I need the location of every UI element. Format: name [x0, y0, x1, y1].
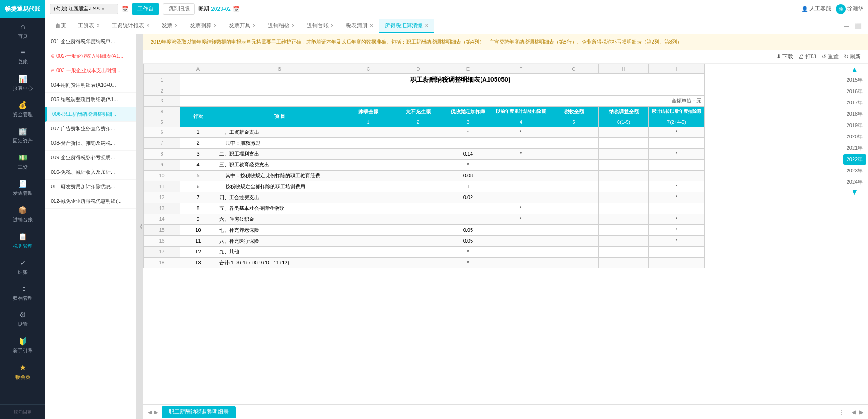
reset-button[interactable]: ↺ 重置: [822, 53, 839, 61]
tab-salary-report[interactable]: 工资统计报表 ✕: [106, 19, 155, 33]
unpin-btn[interactable]: 取消固定: [0, 404, 45, 419]
cell-15f[interactable]: [493, 224, 549, 235]
sidebar-item-stock[interactable]: 📦 进销台账: [0, 201, 45, 228]
period-value[interactable]: 2023-02: [211, 6, 231, 12]
sidebar-item-settle[interactable]: ✓ 结账: [0, 254, 45, 280]
year-btn-2019[interactable]: 2019年: [843, 120, 866, 131]
close-icon[interactable]: ✕: [174, 23, 178, 28]
cell-13i[interactable]: [649, 203, 705, 214]
cell-12e[interactable]: 0.02: [443, 192, 493, 203]
cell-13h[interactable]: [599, 203, 649, 214]
year-scroll-down[interactable]: ▼: [851, 188, 858, 196]
panel-item-002[interactable]: ⊙ 002-一般企业收入明细表(A1...: [45, 49, 136, 63]
table-row[interactable]: 15 10 七、补充养老保险 0.05 *: [144, 224, 705, 235]
cell-15d[interactable]: [393, 224, 443, 235]
cell-12h[interactable]: [599, 192, 649, 203]
year-btn-2018[interactable]: 2018年: [843, 109, 866, 119]
cell-10g[interactable]: [549, 170, 599, 181]
sidebar-item-invoice[interactable]: 🧾 发票管理: [0, 175, 45, 201]
panel-item-008[interactable]: 008-资产折旧、摊销及纳税...: [45, 136, 136, 151]
cell-15i[interactable]: *: [649, 224, 705, 235]
table-row[interactable]: 18 13 合计(1+3+4+7+8+9+10+11+12) *: [144, 257, 705, 268]
cell-15e[interactable]: 0.05: [443, 224, 493, 235]
table-row[interactable]: 16 11 八、补充医疗保险 0.05 *: [144, 235, 705, 246]
year-btn-2021[interactable]: 2021年: [843, 143, 866, 153]
cell-6e[interactable]: *: [443, 127, 493, 137]
tab-invoice-calc[interactable]: 发票测算 ✕: [184, 19, 222, 33]
panel-item-006[interactable]: 006-职工薪酬纳税调整明细...: [45, 107, 136, 122]
table-row[interactable]: 11 6 按税收规定全额扣除的职工培训费用 1 *: [144, 181, 705, 192]
cell-11i[interactable]: *: [649, 181, 705, 192]
scroll-bar-icon[interactable]: ◀: [852, 409, 856, 415]
cell-12i[interactable]: *: [649, 192, 705, 203]
cell-12d[interactable]: [393, 192, 443, 203]
print-button[interactable]: 🖨 打印: [799, 53, 816, 61]
sidebar-item-guide[interactable]: 🔰 新手引导: [0, 332, 45, 359]
collapse-panel-btn[interactable]: 《: [136, 34, 143, 419]
cell-8e[interactable]: 0.14: [443, 148, 493, 159]
table-row[interactable]: 12 7 四、工会经费支出 0.02 *: [144, 192, 705, 203]
panel-item-012[interactable]: 012-减免企业所得税优惠明细(...: [45, 194, 136, 209]
year-btn-2015[interactable]: 2015年: [843, 75, 866, 85]
tab-minimize-icon[interactable]: —: [842, 23, 851, 29]
cell-17g[interactable]: [549, 246, 599, 257]
cell-6c[interactable]: [343, 127, 393, 137]
cell-12g[interactable]: [549, 192, 599, 203]
tab-income-tax[interactable]: 所得税汇算清缴 ✕: [379, 19, 434, 33]
cell-16f[interactable]: [493, 235, 549, 246]
year-btn-2016[interactable]: 2016年: [843, 86, 866, 97]
cell-18h[interactable]: [599, 257, 649, 268]
cell-11g[interactable]: [549, 181, 599, 192]
cell-14d[interactable]: [393, 214, 443, 224]
tab-home[interactable]: 首页: [50, 19, 72, 33]
panel-item-007[interactable]: 007-广告费和业务宣传费扣...: [45, 122, 136, 136]
year-scroll-up[interactable]: ▲: [851, 66, 858, 74]
company-selector[interactable]: (勾划) 江西股宝-LSS ▾: [50, 4, 118, 14]
cell-14h[interactable]: [599, 214, 649, 224]
cell-14f[interactable]: *: [493, 214, 549, 224]
tab-in-out-ledger[interactable]: 进销台账 ✕: [301, 19, 339, 33]
cell-16h[interactable]: [599, 235, 649, 246]
year-btn-2022[interactable]: 2022年: [843, 154, 866, 165]
cell-9h[interactable]: [599, 159, 649, 170]
panel-item-005[interactable]: 005-纳税调整项目明细表(A1...: [45, 93, 136, 107]
cell-16i[interactable]: *: [649, 235, 705, 246]
tab-invoice-open[interactable]: 发票开具 ✕: [223, 19, 261, 33]
year-btn-2017[interactable]: 2017年: [843, 97, 866, 108]
panel-item-001[interactable]: 001-企业所得税年度纳税申...: [45, 34, 136, 49]
cell-12c[interactable]: [343, 192, 393, 203]
cell-13f[interactable]: *: [493, 203, 549, 214]
more-options-icon[interactable]: ⋮: [839, 409, 844, 415]
year-btn-2020[interactable]: 2020年: [843, 132, 866, 142]
cell-16e[interactable]: 0.05: [443, 235, 493, 246]
cell-10d[interactable]: [393, 170, 443, 181]
table-row[interactable]: 6 1 一、工资薪金支出 * * *: [144, 127, 705, 137]
sidebar-item-ledger[interactable]: ≡ 总账: [0, 44, 45, 70]
sidebar-item-member[interactable]: ★ 畅会员: [0, 359, 45, 385]
cell-8c[interactable]: [343, 148, 393, 159]
tab-salary-table[interactable]: 工资表 ✕: [73, 19, 105, 33]
cell-13e[interactable]: [443, 203, 493, 214]
cell-15h[interactable]: [599, 224, 649, 235]
cell-8i[interactable]: *: [649, 148, 705, 159]
cell-18d[interactable]: [393, 257, 443, 268]
cell-9f[interactable]: [493, 159, 549, 170]
cell-8g[interactable]: [549, 148, 599, 159]
close-icon[interactable]: ✕: [330, 23, 334, 28]
table-row[interactable]: 10 5 其中：按税收规定比例扣除的职工教育经费 0.08: [144, 170, 705, 181]
close-icon[interactable]: ✕: [369, 23, 373, 28]
table-row[interactable]: 17 12 九、其他 *: [144, 246, 705, 257]
workspace-button[interactable]: 工作台: [132, 3, 159, 15]
close-icon[interactable]: ✕: [96, 23, 100, 28]
sidebar-item-salary[interactable]: 💵 工资: [0, 149, 45, 175]
cell-9i[interactable]: [649, 159, 705, 170]
cell-6h[interactable]: [599, 127, 649, 137]
cell-11c[interactable]: [343, 181, 393, 192]
cell-16d[interactable]: [393, 235, 443, 246]
cell-18g[interactable]: [549, 257, 599, 268]
scroll-right-icon[interactable]: ▶: [154, 409, 158, 415]
cell-7d[interactable]: [393, 137, 443, 148]
cell-11e[interactable]: 1: [443, 181, 493, 192]
cell-9e[interactable]: *: [443, 159, 493, 170]
cell-8d[interactable]: [393, 148, 443, 159]
